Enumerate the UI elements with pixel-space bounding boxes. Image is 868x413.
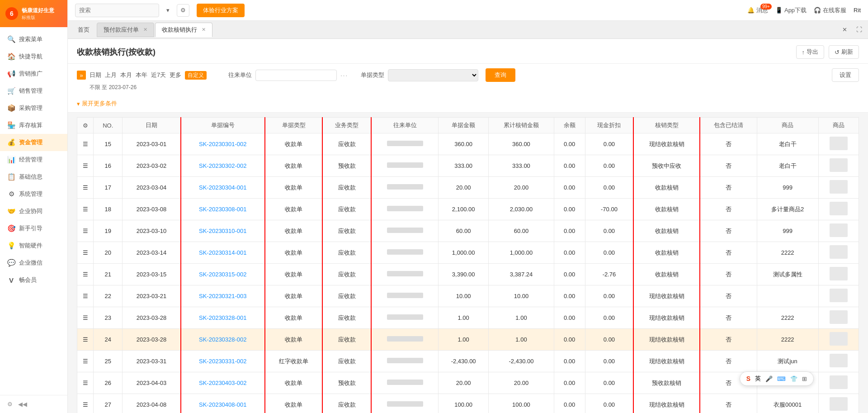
cell-settings[interactable]: ☰: [77, 394, 94, 413]
cell-product: 多计量商品2: [757, 199, 818, 220]
sidebar-item-shortcut[interactable]: 🏠快捷导航: [0, 48, 67, 65]
voucher-no-link[interactable]: SK-20230304-001: [199, 184, 247, 191]
sidebar-item-search[interactable]: 🔍搜索菜单: [0, 31, 67, 48]
th-voucher-no: 单据编号: [181, 118, 265, 133]
cell-product: 老白干: [757, 133, 818, 155]
sidebar-item-guide[interactable]: 🎯新手引导: [0, 220, 67, 237]
tab-receipt-exec-close[interactable]: ✕: [202, 27, 206, 33]
cell-settings[interactable]: ☰: [77, 372, 94, 394]
cell-settings[interactable]: ☰: [77, 133, 94, 155]
user-name[interactable]: Rit: [854, 7, 861, 14]
sidebar-item-member[interactable]: V畅会员: [0, 271, 67, 289]
date-this-month[interactable]: 本月: [120, 71, 132, 79]
keyboard-button[interactable]: ⌨: [777, 375, 786, 382]
topbar-gear-button[interactable]: ⚙: [177, 4, 189, 17]
wechat-icon: 💬: [7, 259, 15, 267]
voucher-no-link[interactable]: SK-20230315-002: [199, 271, 247, 278]
cell-date: 2023-03-28: [123, 307, 181, 329]
cell-voucher-type: 收款单: [265, 329, 322, 351]
cell-settings[interactable]: ☰: [77, 199, 94, 220]
industry-solution-button[interactable]: 体验行业方案: [197, 4, 245, 17]
cell-voucher-type: 收款单: [265, 307, 322, 329]
date-7days[interactable]: 近7天: [151, 71, 166, 79]
cell-settings[interactable]: ☰: [77, 285, 94, 307]
cell-settings[interactable]: ☰: [77, 242, 94, 264]
voucher-no-link[interactable]: SK-20230328-002: [199, 336, 247, 343]
collapse-icon[interactable]: ◀◀: [18, 401, 27, 408]
sidebar-item-system[interactable]: ⚙系统管理: [0, 185, 67, 203]
cell-balance: 0.00: [554, 264, 585, 285]
cell-voucher-type: 收款单: [265, 177, 322, 199]
maximize-button[interactable]: ⛶: [854, 24, 864, 35]
cell-cancel-type: 预收款核销: [633, 372, 699, 394]
grid-icon[interactable]: ⊞: [802, 375, 807, 382]
voucher-no-link[interactable]: SK-20230301-002: [199, 141, 247, 147]
cell-settings[interactable]: ☰: [77, 155, 94, 177]
sidebar-item-inventory[interactable]: 🏪库存核算: [0, 117, 67, 134]
voucher-no-link[interactable]: SK-20230328-001: [199, 314, 247, 321]
voucher-no-link[interactable]: SK-20230302-002: [199, 162, 247, 169]
voucher-no-link[interactable]: SK-20230403-002: [199, 380, 247, 386]
online-service[interactable]: 🎧 在线客服: [814, 6, 846, 14]
date-custom[interactable]: 自定义: [185, 71, 207, 80]
tab-prepay[interactable]: 预付款应付单 ✕: [97, 23, 154, 37]
sidebar-item-device[interactable]: 💡智能硬件: [0, 237, 67, 254]
sidebar-item-wechat[interactable]: 💬企业微信: [0, 254, 67, 271]
sidebar-item-business[interactable]: 📊经营管理: [0, 151, 67, 168]
tab-prepay-close[interactable]: ✕: [143, 27, 147, 33]
sidebar-item-sales[interactable]: 🛒销售管理: [0, 82, 67, 100]
date-more[interactable]: 更多: [170, 71, 181, 79]
table-header: ⚙ NO. 日期 单据编号 单据类型 业务类型 往来单位 单据金额 累计核销金额…: [77, 118, 859, 133]
counterparty-input[interactable]: [255, 70, 337, 81]
settings-footer-icon[interactable]: ⚙: [7, 401, 13, 408]
cell-settings[interactable]: ☰: [77, 307, 94, 329]
sidebar-item-purchase[interactable]: 📦采购管理: [0, 100, 67, 117]
voucher-no-link[interactable]: SK-20230321-003: [199, 293, 247, 299]
cell-settings[interactable]: ☰: [77, 329, 94, 351]
voucher-no-link[interactable]: SK-20230331-002: [199, 358, 247, 365]
cell-date: 2023-03-21: [123, 285, 181, 307]
voucher-no-link[interactable]: SK-20230408-001: [199, 401, 247, 408]
voucher-no-link[interactable]: SK-20230308-001: [199, 206, 247, 213]
mic-button[interactable]: 🎤: [765, 375, 773, 382]
sidebar-item-marketing[interactable]: 📢营销推广: [0, 65, 67, 82]
th-balance: 余额: [554, 118, 585, 133]
th-settings[interactable]: ⚙: [77, 118, 94, 133]
query-button[interactable]: 查询: [486, 68, 515, 82]
expand-conditions-btn[interactable]: ▾ 展开更多条件: [77, 100, 859, 108]
settings-button[interactable]: 设置: [832, 68, 859, 82]
tab-home[interactable]: 首页: [71, 23, 96, 37]
sidebar-footer: ⚙ ◀◀: [0, 395, 67, 413]
cell-settings[interactable]: ☰: [77, 351, 94, 372]
sidebar-item-finance[interactable]: 💰资金管理: [0, 134, 67, 151]
message-icon: 🔔: [747, 7, 755, 14]
cell-balance: 0.00: [554, 329, 585, 351]
cell-settings[interactable]: ☰: [77, 264, 94, 285]
refresh-button[interactable]: ↺ 刷新: [829, 45, 859, 59]
date-last-month[interactable]: 上月: [105, 71, 117, 79]
th-product: 商品: [757, 118, 818, 133]
cell-settings[interactable]: ☰: [77, 220, 94, 242]
cell-settings[interactable]: ☰: [77, 177, 94, 199]
voucher-no-link[interactable]: SK-20230314-001: [199, 249, 247, 256]
cell-product: 测试jun: [757, 351, 818, 372]
voucher-no-link[interactable]: SK-20230310-001: [199, 228, 247, 234]
close-window-button[interactable]: ✕: [839, 24, 850, 35]
date-this-year[interactable]: 本年: [136, 71, 147, 79]
cell-biz-type: 应收款: [322, 242, 371, 264]
tab-receipt-exec[interactable]: 收款核销执行 ✕: [155, 23, 212, 37]
voucher-type-select[interactable]: [388, 69, 478, 81]
export-button[interactable]: ↑ 导出: [796, 45, 825, 59]
sidebar-item-base[interactable]: 📋基础信息: [0, 168, 67, 185]
search-input[interactable]: [75, 4, 159, 17]
app-download[interactable]: 📱 App下载: [775, 6, 807, 14]
message-badge[interactable]: 🔔 消息 99+: [747, 6, 768, 14]
cell-biz-type: 应收款: [322, 220, 371, 242]
table-area[interactable]: ⚙ NO. 日期 单据编号 单据类型 业务类型 往来单位 单据金额 累计核销金额…: [68, 113, 868, 413]
topbar-dropdown[interactable]: ▾: [166, 7, 170, 14]
cell-voucher-type: 收款单: [265, 372, 322, 394]
filter-collapse-btn[interactable]: »: [77, 71, 86, 80]
sidebar-item-corp[interactable]: 🤝企业协同: [0, 203, 67, 220]
cell-total-amount: 20.00: [489, 372, 554, 394]
sidebar-logo: 6 畅康道好生意 标推版: [0, 0, 67, 27]
